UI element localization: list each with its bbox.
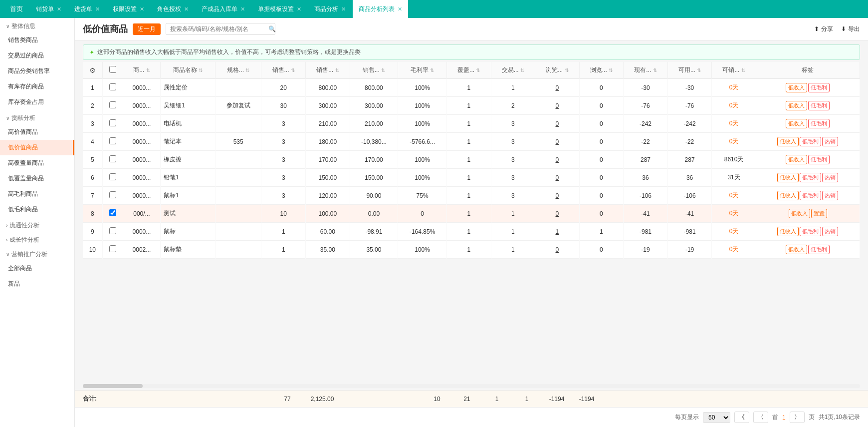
nav-product-analysis-close[interactable]: ✕ — [341, 6, 346, 12]
sidebar-item-low-coverage[interactable]: 低覆盖量商品 — [0, 171, 74, 186]
col-view1-header[interactable]: 浏览... ⇅ — [535, 62, 580, 79]
sidebar-group-marketing[interactable]: ∨ 营销推广分析 — [0, 246, 74, 261]
row-select-checkbox[interactable] — [109, 119, 116, 126]
view1-link[interactable]: 0 — [556, 138, 559, 145]
view1-link[interactable]: 0 — [556, 156, 559, 163]
col-sellable-header[interactable]: 可销... ⇅ — [712, 62, 756, 79]
sidebar-item-traded-products[interactable]: 交易过的商品 — [0, 48, 74, 63]
col-sales2-header[interactable]: 销售... ⇅ — [306, 62, 350, 79]
view1-link[interactable]: 0 — [556, 84, 559, 91]
sidebar-item-low-value[interactable]: 低价值商品 — [0, 140, 74, 155]
view1-link[interactable]: 0 — [556, 174, 559, 181]
col-trade-header[interactable]: 交易... ⇅ — [491, 62, 535, 79]
nav-sales-close[interactable]: ✕ — [57, 6, 61, 12]
prev-page-button[interactable]: 〈 — [753, 412, 768, 423]
row-select-checkbox[interactable] — [109, 83, 116, 90]
sidebar-item-all-products[interactable]: 全部商品 — [0, 261, 74, 276]
row-code: 0000... — [123, 79, 160, 97]
row-select-checkbox[interactable] — [109, 155, 116, 162]
col-code-header[interactable]: 商... ⇅ — [123, 62, 160, 79]
row-checkbox[interactable] — [102, 79, 123, 97]
sidebar-item-low-margin[interactable]: 低毛利商品 — [0, 202, 74, 217]
first-page-button[interactable]: 《 — [734, 412, 749, 423]
sidebar-item-high-value[interactable]: 高价值商品 — [0, 124, 74, 140]
nav-home[interactable]: 首页 — [4, 0, 29, 18]
nav-template-close[interactable]: ✕ — [297, 6, 301, 12]
sidebar-item-category-sales-rate[interactable]: 商品分类销售率 — [0, 63, 74, 79]
col-tags-header[interactable]: 标签 — [756, 62, 860, 79]
row-checkbox[interactable] — [102, 151, 123, 169]
row-select-checkbox[interactable] — [109, 173, 116, 180]
col-coverage-header[interactable]: 覆盖... ⇅ — [446, 62, 491, 79]
col-name-header[interactable]: 商品名称 ⇅ — [161, 62, 216, 79]
row-select-checkbox[interactable] — [109, 209, 116, 216]
search-input[interactable] — [166, 23, 275, 35]
sidebar-item-new-products[interactable]: 新品 — [0, 276, 74, 292]
search-icon[interactable]: 🔍 — [268, 25, 276, 32]
view1-link[interactable]: 0 — [556, 246, 559, 253]
nav-sales[interactable]: 销货单 ✕ — [30, 0, 67, 18]
sidebar-item-sales-products[interactable]: 销售类商品 — [0, 32, 74, 48]
nav-product-warehouse-close[interactable]: ✕ — [240, 6, 245, 12]
share-button[interactable]: ⬆ 分享 — [814, 25, 833, 33]
row-checkbox[interactable] — [102, 241, 123, 259]
nav-purchase[interactable]: 进货单 ✕ — [68, 0, 106, 18]
nav-product-warehouse[interactable]: 产成品入库单 ✕ — [196, 0, 251, 18]
sidebar-item-stocked-products[interactable]: 有库存的商品 — [0, 79, 74, 94]
view1-link[interactable]: 0 — [556, 120, 559, 127]
next-page-button[interactable]: 〉 — [790, 412, 805, 423]
filter-button[interactable]: 近一月 — [133, 23, 161, 35]
sidebar-item-high-coverage[interactable]: 高覆盖量商品 — [0, 155, 74, 171]
row-checkbox[interactable] — [102, 187, 123, 205]
row-col2: 100.00 — [306, 205, 350, 223]
nav-roles-close[interactable]: ✕ — [184, 6, 189, 12]
row-available: -30 — [667, 79, 712, 97]
row-checkbox[interactable] — [102, 205, 123, 223]
col-available-header[interactable]: 可用... ⇅ — [667, 62, 712, 79]
nav-product-analysis[interactable]: 商品分析 ✕ — [308, 0, 352, 18]
nav-permissions-close[interactable]: ✕ — [140, 6, 144, 12]
nav-purchase-close[interactable]: ✕ — [95, 6, 100, 12]
page-size-select[interactable]: 50 100 — [703, 412, 730, 423]
row-checkbox[interactable] — [102, 97, 123, 115]
row-select-checkbox[interactable] — [109, 101, 116, 108]
settings-icon[interactable]: ⚙ — [89, 66, 96, 74]
view1-link[interactable]: 0 — [556, 192, 559, 199]
sidebar-group-growth[interactable]: › 成长性分析 — [0, 232, 74, 246]
col-margin-header[interactable]: 毛利率 ⇅ — [398, 62, 447, 79]
horizontal-scrollbar[interactable] — [83, 384, 860, 388]
sidebar-group-circulation[interactable]: › 流通性分析 — [0, 217, 74, 232]
sidebar-group-contribution[interactable]: ∨ 贡献分析 — [0, 110, 74, 124]
col-current-header[interactable]: 现有... ⇅ — [624, 62, 668, 79]
row-checkbox[interactable] — [102, 133, 123, 151]
product-tag: 低毛利 — [808, 101, 830, 110]
nav-product-analysis-list[interactable]: 商品分析列表 ✕ — [353, 0, 408, 18]
nav-permissions[interactable]: 权限设置 ✕ — [107, 0, 150, 18]
col-sales1-header[interactable]: 销售... ⇅ — [261, 62, 306, 79]
row-select-checkbox[interactable] — [109, 245, 116, 252]
col-sales3-header[interactable]: 销售... ⇅ — [350, 62, 398, 79]
row-checkbox[interactable] — [102, 115, 123, 133]
view1-link[interactable]: 1 — [556, 228, 559, 235]
export-button[interactable]: ⬇ 导出 — [841, 25, 860, 33]
nav-template[interactable]: 单据模板设置 ✕ — [252, 0, 307, 18]
view1-link[interactable]: 0 — [556, 102, 559, 109]
row-coverage: 1 — [446, 205, 491, 223]
nav-roles[interactable]: 角色授权 ✕ — [151, 0, 195, 18]
row-select-checkbox[interactable] — [109, 191, 116, 198]
col-checkbox[interactable] — [102, 62, 123, 79]
sidebar-item-inventory-capital[interactable]: 库存资金占用 — [0, 94, 74, 110]
row-select-checkbox[interactable] — [109, 137, 116, 144]
sidebar-item-high-margin[interactable]: 高毛利商品 — [0, 186, 74, 202]
nav-product-analysis-list-close[interactable]: ✕ — [398, 6, 402, 12]
row-checkbox[interactable] — [102, 169, 123, 187]
row-select-checkbox[interactable] — [109, 227, 116, 234]
col-spec-header[interactable]: 规格... ⇅ — [215, 62, 261, 79]
view1-link[interactable]: 0 — [556, 210, 559, 217]
col-view2-header[interactable]: 浏览... ⇅ — [579, 62, 624, 79]
select-all-checkbox[interactable] — [109, 66, 116, 73]
row-checkbox[interactable] — [102, 223, 123, 241]
sidebar-group-overall[interactable]: ∨ 整体信息 — [0, 18, 74, 32]
scroll-thumb[interactable] — [83, 384, 143, 388]
col-settings[interactable]: ⚙ — [83, 62, 102, 79]
